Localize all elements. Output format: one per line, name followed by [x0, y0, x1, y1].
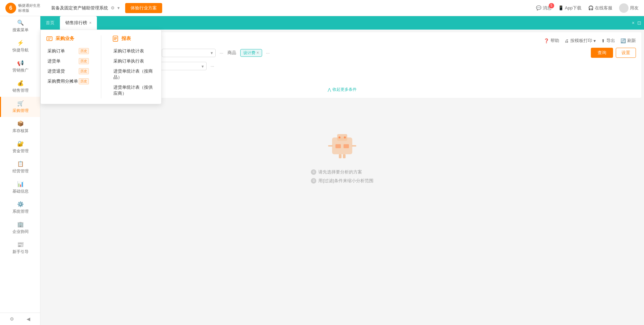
clipboard-icon: 📋: [17, 161, 24, 167]
collapse-btn[interactable]: ⋀ 收起更多条件: [328, 87, 357, 92]
sidebar-item-capital[interactable]: 🔐 资金管理: [0, 137, 40, 157]
help-btn[interactable]: ❓ 帮助: [544, 38, 559, 44]
purchase-dropdown-menu: 采购业务 采购订单 历史 进货单 历史 进货退货 历史 采购费用分摊单 历史: [40, 30, 162, 104]
sidebar-item-base[interactable]: 📊 基础信息: [0, 177, 40, 198]
doc-status-select-wrapper: [162, 49, 216, 57]
tab-bar-actions: × ⊡: [632, 20, 644, 26]
money-icon: 💰: [17, 80, 24, 86]
dropdown-columns: 采购业务 采购订单 历史 进货单 历史 进货退货 历史 采购费用分摊单 历史: [46, 35, 156, 98]
sidebar-bottom: ⚙ ◀: [0, 313, 40, 325]
svg-rect-9: [343, 154, 346, 158]
history-badge-4: 历史: [79, 78, 89, 84]
dropdown-item-order-stat[interactable]: 采购订单统计表: [112, 46, 156, 56]
refresh-icon: 🔄: [620, 38, 626, 43]
sidebar-collapse-btn[interactable]: ◀: [27, 316, 30, 322]
sidebar-item-quick-nav[interactable]: ⚡ 快捷导航: [0, 36, 40, 56]
user-btn[interactable]: 用友: [619, 3, 639, 13]
empty-state: ① 请先选择要分析的方案 ② 用[过滤]条件来缩小分析范围: [40, 100, 644, 212]
settings-icon[interactable]: ⚙: [111, 5, 115, 10]
sidebar: 🔍 搜索菜单 ⚡ 快捷导航 📢 营销推广 💰 销售管理 🛒 采购管理 📦 库存核…: [0, 16, 40, 325]
top-right: 💬 消息 5 📱 App下载 🎧 在线客服 用友: [536, 3, 639, 13]
service-icon: 🎧: [588, 5, 594, 10]
history-badge-2: 历史: [79, 58, 89, 64]
empty-text: ① 请先选择要分析的方案 ② 用[过滤]条件来缩小分析范围: [311, 168, 373, 185]
lightning-icon: ⚡: [17, 40, 24, 46]
export-btn[interactable]: ⬆ 导出: [601, 38, 615, 44]
app-download-btn[interactable]: 📱 App下载: [558, 5, 581, 11]
dropdown-item-incoming[interactable]: 进货单 历史: [46, 56, 90, 66]
svg-point-3: [344, 136, 346, 138]
sidebar-item-guide[interactable]: 📰 新手引导: [0, 238, 40, 258]
chart-icon: 📊: [17, 181, 24, 187]
dropdown-report-header: 报表: [112, 35, 156, 42]
industry-btn[interactable]: 体验行业方案: [125, 3, 162, 13]
sidebar-item-enterprise[interactable]: 🏢 企业协同: [0, 218, 40, 238]
lock-icon: 🔐: [17, 140, 24, 147]
print-icon: 🖨: [565, 38, 569, 43]
window-restore-btn[interactable]: ⊡: [637, 20, 641, 26]
sidebar-item-operation[interactable]: 📋 经营管理: [0, 157, 40, 177]
export-icon: ⬆: [601, 38, 605, 43]
sidebar-item-search[interactable]: 🔍 搜索菜单: [0, 16, 40, 36]
window-close-btn[interactable]: ×: [632, 20, 635, 26]
box-icon: 📦: [17, 120, 24, 127]
dropdown-item-purchase-order[interactable]: 采购订单 历史: [46, 46, 90, 56]
message-badge: 5: [549, 3, 554, 8]
online-service-btn[interactable]: 🎧 在线客服: [588, 5, 612, 11]
phone-icon: 📱: [558, 5, 564, 10]
tab-close-icon[interactable]: ×: [89, 21, 92, 25]
sidebar-item-sales[interactable]: 💰 销售管理: [0, 77, 40, 97]
dropdown-item-incoming-stat-supplier[interactable]: 进货单统计表（按供应商）: [112, 82, 156, 98]
search-icon: 🔍: [17, 19, 24, 26]
gear-icon: ⚙️: [17, 201, 24, 207]
template-print-btn[interactable]: 🖨 按模板打印 ▾: [565, 38, 596, 44]
refresh-btn[interactable]: 🔄 刷新: [620, 38, 636, 44]
dropdown-item-return[interactable]: 进货退货 历史: [46, 66, 90, 76]
dropdown-purchase-header: 采购业务: [46, 35, 90, 42]
sidebar-item-marketing[interactable]: 📢 营销推广: [0, 56, 40, 77]
tab-home[interactable]: 首页: [40, 16, 60, 30]
empty-illustration: [325, 127, 359, 161]
sidebar-item-inventory[interactable]: 📦 库存核算: [0, 117, 40, 137]
history-badge-1: 历史: [79, 48, 89, 54]
dropdown-item-order-exec[interactable]: 采购订单执行表: [112, 56, 156, 66]
goods-label: 商品: [227, 50, 236, 56]
svg-rect-5: [344, 144, 349, 148]
message-btn[interactable]: 💬 消息 5: [536, 5, 551, 11]
cart-icon: 🛒: [17, 100, 24, 107]
svg-rect-10: [47, 37, 52, 41]
goods-more[interactable]: ···: [266, 50, 270, 55]
message-icon: 💬: [536, 5, 541, 10]
doc-status-select[interactable]: [162, 49, 216, 57]
settings-btn[interactable]: 设置: [616, 48, 636, 58]
goods-tag-remove[interactable]: ×: [257, 50, 259, 55]
sidebar-settings-btn[interactable]: ⚙: [10, 316, 14, 322]
dropdown-item-incoming-stat-goods[interactable]: 进货单统计表（按商品）: [112, 66, 156, 82]
svg-point-2: [338, 136, 341, 138]
system-title: 装备及固定资产辅助管理系统 ⚙ ▾ 体验行业方案: [51, 3, 536, 13]
logo-icon: 6: [5, 3, 16, 13]
sidebar-item-system[interactable]: ⚙️ 系统管理: [0, 198, 40, 218]
dropdown-col-purchase: 采购业务 采购订单 历史 进货单 历史 进货退货 历史 采购费用分摊单 历史: [46, 35, 90, 98]
dropdown-item-cost[interactable]: 采购费用分摊单 历史: [46, 76, 90, 86]
doc-status-more[interactable]: ···: [220, 50, 223, 55]
svg-rect-8: [339, 154, 342, 158]
history-badge-3: 历史: [79, 68, 89, 74]
sidebar-item-purchase[interactable]: 🛒 采购管理: [0, 97, 40, 117]
top-bar: 6 畅捷通好生意 标准版 装备及固定资产辅助管理系统 ⚙ ▾ 体验行业方案 💬 …: [0, 0, 644, 16]
logo-text: 畅捷通好生意 标准版: [18, 3, 40, 13]
step-dot-2: ②: [311, 178, 316, 184]
goods-tag: 设计费 ×: [240, 49, 262, 57]
salesperson-more[interactable]: ···: [211, 64, 214, 69]
help-icon: ❓: [544, 38, 549, 43]
svg-rect-4: [335, 144, 341, 148]
tab-bar: 首页 销售排行榜 × × ⊡: [40, 16, 644, 30]
dropdown-col-report: 报表 采购订单统计表 采购订单执行表 进货单统计表（按商品） 进货单统计表（按供…: [112, 35, 156, 98]
building-icon: 🏢: [17, 221, 24, 228]
print-dropdown-icon[interactable]: ▾: [594, 38, 596, 43]
query-btn[interactable]: 查询: [591, 48, 613, 58]
step-dot-1: ①: [311, 169, 316, 175]
tab-sales-rank[interactable]: 销售排行榜 ×: [60, 16, 97, 30]
collapse-arrow-icon: ⋀: [328, 87, 331, 92]
logo-area: 6 畅捷通好生意 标准版: [5, 3, 46, 13]
